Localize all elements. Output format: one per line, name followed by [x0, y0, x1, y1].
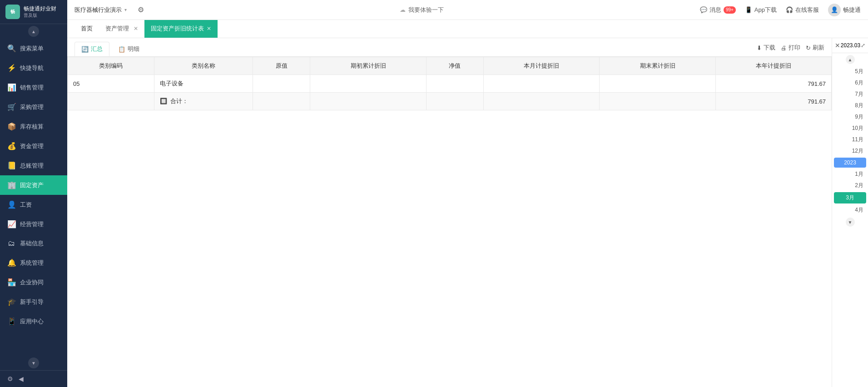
sub-tab-detail[interactable]: 📋 明细: [111, 42, 146, 56]
download-btn[interactable]: ⬇ 下载: [757, 44, 775, 52]
sidebar-item-basic-info[interactable]: 🗂 基础信息: [0, 234, 67, 253]
refresh-btn[interactable]: ↻ 刷新: [806, 44, 824, 52]
date-month-item[interactable]: 10月: [832, 123, 868, 134]
top-header: 医疗器械行业演示 ▾ ⚙ ☁ 我要体验一下 💬 消息 99+ 📱 App下载 🎧…: [67, 0, 868, 20]
right-panel-close-btn[interactable]: ✕: [835, 42, 840, 49]
date-month-item[interactable]: 11月: [832, 134, 868, 145]
experience-text[interactable]: 我要体验一下: [408, 6, 444, 14]
print-btn[interactable]: 🖨 打印: [781, 44, 800, 52]
sidebar-item-guide[interactable]: 🎓 新手引导: [0, 292, 67, 312]
payroll-icon: 👤: [7, 200, 15, 209]
cloud-icon: ☁: [400, 6, 406, 13]
app-logo: 畅 畅捷通好业财 普及版: [0, 0, 67, 24]
tab-home[interactable]: 首页: [74, 20, 99, 38]
company-name: 医疗器械行业演示: [74, 6, 122, 14]
total-label: 合计：: [170, 98, 188, 104]
sidebar-item-finance[interactable]: 💰 资金管理: [0, 136, 67, 156]
date-list: ▲ 5月 6月 7月 8月 9月 10月 11月 12月 2023 1月 2月 …: [832, 53, 868, 387]
date-month-item[interactable]: 2月: [832, 180, 868, 191]
sidebar-item-label: 工资: [20, 201, 32, 209]
date-month-item[interactable]: 12月: [832, 145, 868, 157]
col-header-initial-accumulated: 期初累计折旧: [310, 57, 426, 75]
app-download-btn[interactable]: 📱 App下载: [745, 6, 777, 14]
date-nav-down[interactable]: ▼: [846, 218, 855, 227]
date-month-item[interactable]: 9月: [832, 111, 868, 123]
sidebar-item-sales[interactable]: 📊 销售管理: [0, 78, 67, 97]
chevron-down-icon: ▾: [124, 7, 127, 12]
right-panel-expand-icon[interactable]: ⤢: [861, 42, 865, 49]
basic-info-icon: 🗂: [7, 239, 15, 248]
date-month-current[interactable]: 3月: [834, 192, 866, 203]
date-month-item[interactable]: 4月: [832, 204, 868, 216]
cell-net-value: [426, 75, 483, 93]
tab-asset-mgmt[interactable]: 资产管理 ✕: [99, 20, 144, 38]
total-original: [253, 93, 310, 110]
ledger-icon: 📒: [7, 161, 15, 170]
online-service-btn[interactable]: 🎧 在线客服: [786, 6, 819, 14]
sub-tab-summary-label: 汇总: [91, 45, 103, 53]
cell-code: 05: [68, 75, 154, 93]
notification-btn[interactable]: 💬 消息 99+: [700, 6, 736, 14]
header-settings-icon[interactable]: ⚙: [138, 5, 144, 14]
sidebar-item-label: 采购管理: [20, 103, 44, 111]
app-center-icon: 📱: [7, 317, 15, 326]
date-month-item[interactable]: 6月: [832, 77, 868, 89]
sidebar-item-inventory[interactable]: 📦 库存核算: [0, 117, 67, 136]
sidebar-item-label: 企业协同: [20, 278, 44, 287]
sidebar-item-label: 资金管理: [20, 142, 44, 150]
sidebar-item-operations[interactable]: 📈 经营管理: [0, 214, 67, 234]
company-selector[interactable]: 医疗器械行业演示 ▾: [74, 6, 127, 14]
sidebar-item-label: 搜索菜单: [20, 45, 44, 53]
user-menu[interactable]: 👤 畅捷通: [828, 4, 861, 16]
col-header-code: 类别编码: [68, 57, 154, 75]
date-month-item[interactable]: 1月: [832, 169, 868, 180]
right-panel: ✕ 2023.03 ⤢ ▲ 5月 6月 7月 8月 9月 10月 11月 12月…: [832, 38, 868, 387]
settings-icon[interactable]: ⚙: [7, 375, 13, 382]
sidebar-item-app-center[interactable]: 📱 应用中心: [0, 312, 67, 331]
right-panel-header: ✕ 2023.03 ⤢: [832, 38, 868, 53]
total-annual: 791.67: [715, 93, 831, 110]
sidebar-item-payroll[interactable]: 👤 工资: [0, 195, 67, 214]
sidebar-item-fixed-assets[interactable]: 🏢 固定资产: [0, 175, 67, 195]
sidebar-item-search[interactable]: 🔍 搜索菜单: [0, 39, 67, 58]
notification-label: 消息: [709, 6, 721, 14]
sidebar-item-system[interactable]: 🔔 系统管理: [0, 253, 67, 273]
date-nav-up[interactable]: ▲: [846, 55, 855, 64]
cell-name: 电子设备: [154, 75, 253, 93]
total-end-accumulated: [600, 93, 715, 110]
sidebar-item-purchase[interactable]: 🛒 采购管理: [0, 97, 67, 117]
tab-depreciation[interactable]: 固定资产折旧统计表 ✕: [144, 20, 218, 38]
main-panel: 🔄 汇总 📋 明细 ⬇ 下载 🖨 打印: [67, 38, 832, 387]
quick-nav-icon: ⚡: [7, 64, 15, 72]
scroll-up-btn[interactable]: ▲: [28, 26, 39, 37]
sidebar-item-quick-nav[interactable]: ⚡ 快捷导航: [0, 58, 67, 78]
col-header-net-value: 净值: [426, 57, 483, 75]
summary-icon: 🔄: [81, 46, 89, 53]
app-download-label: App下载: [754, 6, 777, 14]
sidebar-nav: 🔍 搜索菜单 ⚡ 快捷导航 📊 销售管理 🛒 采购管理 📦 库存核算 💰 资金管…: [0, 39, 67, 356]
date-month-item[interactable]: 5月: [832, 66, 868, 77]
col-header-annual: 本年计提折旧: [715, 57, 831, 75]
total-expand-icon[interactable]: 🔲: [160, 98, 167, 104]
scroll-down-btn[interactable]: ▼: [28, 357, 39, 368]
sub-tab-summary[interactable]: 🔄 汇总: [74, 42, 109, 56]
date-month-item[interactable]: 8月: [832, 100, 868, 111]
avatar: 👤: [828, 4, 841, 16]
sidebar-item-label: 新手引导: [20, 298, 44, 306]
date-month-item[interactable]: 7月: [832, 89, 868, 100]
sidebar-item-enterprise[interactable]: 🏪 企业协同: [0, 273, 67, 292]
total-label-cell: 🔲 合计：: [154, 93, 253, 110]
sidebar-item-label: 基础信息: [20, 239, 44, 248]
header-center: ☁ 我要体验一下: [400, 6, 444, 14]
cell-initial-accumulated: [310, 75, 426, 93]
collapse-icon[interactable]: ◀: [19, 375, 24, 382]
col-header-monthly: 本月计提折旧: [484, 57, 600, 75]
close-asset-mgmt-icon[interactable]: ✕: [134, 25, 138, 32]
col-header-end-accumulated: 期末累计折旧: [600, 57, 715, 75]
system-icon: 🔔: [7, 258, 15, 267]
close-depreciation-icon[interactable]: ✕: [207, 25, 211, 32]
sidebar-item-ledger[interactable]: 📒 总账管理: [0, 156, 67, 175]
sub-tab-detail-label: 明细: [128, 45, 139, 53]
sub-tabs-right: ⬇ 下载 🖨 打印 ↻ 刷新: [757, 44, 824, 55]
sidebar-footer: ⚙ ◀: [0, 370, 67, 387]
